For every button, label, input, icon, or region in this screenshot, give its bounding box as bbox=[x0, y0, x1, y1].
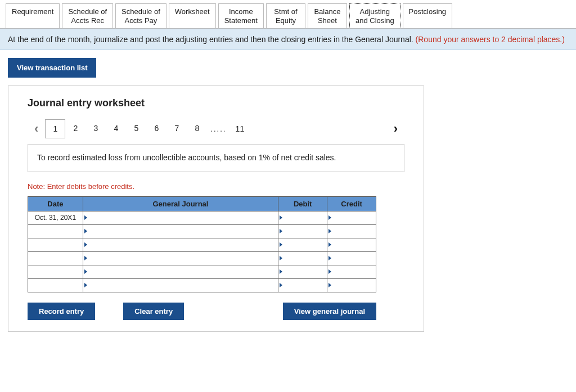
tab-schedule-of-accts-pay[interactable]: Schedule ofAccts Pay bbox=[115, 3, 166, 28]
instruction-warning: (Round your answers to 2 decimal places.… bbox=[416, 35, 565, 44]
date-cell[interactable] bbox=[28, 278, 83, 292]
journal-worksheet-panel: Journal entry worksheet ‹ 12345678 .....… bbox=[8, 85, 424, 332]
credit-cell[interactable] bbox=[327, 265, 376, 278]
tab-stmt-of-equity[interactable]: Stmt ofEquity bbox=[266, 3, 305, 28]
pager-page-last[interactable]: 11 bbox=[230, 120, 250, 138]
general-journal-cell[interactable] bbox=[83, 211, 278, 224]
tab-adjusting-and-closing[interactable]: Adjustingand Closing bbox=[349, 3, 400, 28]
entry-pager: ‹ 12345678 ..... 11 › bbox=[28, 119, 404, 138]
credit-cell[interactable] bbox=[327, 211, 376, 224]
debit-cell[interactable] bbox=[278, 211, 327, 224]
date-cell[interactable] bbox=[28, 238, 83, 251]
view-general-journal-button[interactable]: View general journal bbox=[283, 303, 376, 320]
instruction-text: At the end of the month, journalize and … bbox=[8, 35, 416, 44]
date-cell[interactable] bbox=[28, 265, 83, 278]
debit-cell[interactable] bbox=[278, 265, 327, 278]
instruction-bar: At the end of the month, journalize and … bbox=[0, 29, 576, 50]
pager-page-2[interactable]: 2 bbox=[65, 119, 86, 138]
pager-page-3[interactable]: 3 bbox=[86, 119, 106, 138]
table-row bbox=[28, 224, 376, 238]
tab-income-statement[interactable]: IncomeStatement bbox=[218, 3, 264, 28]
debit-cell[interactable] bbox=[278, 238, 327, 251]
credit-cell[interactable] bbox=[327, 238, 376, 251]
debit-cell[interactable] bbox=[278, 251, 327, 265]
general-journal-cell[interactable] bbox=[83, 224, 278, 238]
worksheet-title: Journal entry worksheet bbox=[28, 97, 404, 109]
pager-prev-icon[interactable]: ‹ bbox=[28, 121, 45, 136]
pager-page-4[interactable]: 4 bbox=[106, 119, 126, 138]
table-row: Oct. 31, 20X1 bbox=[28, 211, 376, 224]
credit-cell[interactable] bbox=[327, 251, 376, 265]
tab-requirement[interactable]: Requirement bbox=[6, 3, 60, 28]
table-row bbox=[28, 238, 376, 251]
table-row bbox=[28, 251, 376, 265]
table-row bbox=[28, 265, 376, 278]
credit-cell[interactable] bbox=[327, 278, 376, 292]
date-cell[interactable] bbox=[28, 224, 83, 238]
general-journal-cell[interactable] bbox=[83, 265, 278, 278]
tab-schedule-of-accts-rec[interactable]: Schedule ofAccts Rec bbox=[62, 3, 113, 28]
pager-page-1[interactable]: 1 bbox=[45, 119, 65, 138]
pager-page-8[interactable]: 8 bbox=[187, 119, 207, 138]
general-journal-cell[interactable] bbox=[83, 238, 278, 251]
debit-cell[interactable] bbox=[278, 278, 327, 292]
col-header-debit: Debit bbox=[278, 196, 327, 211]
general-journal-cell[interactable] bbox=[83, 251, 278, 265]
general-journal-cell[interactable] bbox=[83, 278, 278, 292]
tab-worksheet[interactable]: Worksheet bbox=[169, 3, 216, 28]
top-tabs: RequirementSchedule ofAccts RecSchedule … bbox=[0, 0, 576, 29]
clear-entry-button[interactable]: Clear entry bbox=[123, 303, 184, 320]
entry-description: To record estimated loss from uncollecti… bbox=[28, 144, 404, 172]
col-header-credit: Credit bbox=[327, 196, 376, 211]
pager-page-5[interactable]: 5 bbox=[126, 119, 146, 138]
debit-cell[interactable] bbox=[278, 224, 327, 238]
tab-balance-sheet[interactable]: BalanceSheet bbox=[308, 3, 347, 28]
col-header-date: Date bbox=[28, 196, 83, 211]
pager-ellipsis: ..... bbox=[207, 125, 230, 133]
tab-postclosing[interactable]: Postclosing bbox=[403, 3, 452, 28]
pager-page-6[interactable]: 6 bbox=[146, 119, 166, 138]
debits-before-credits-note: Note: Enter debits before credits. bbox=[28, 182, 404, 191]
journal-table: Date General Journal Debit Credit Oct. 3… bbox=[28, 196, 376, 292]
pager-page-7[interactable]: 7 bbox=[166, 119, 187, 138]
date-cell[interactable] bbox=[28, 251, 83, 265]
col-header-general-journal: General Journal bbox=[83, 196, 278, 211]
record-entry-button[interactable]: Record entry bbox=[28, 303, 95, 320]
credit-cell[interactable] bbox=[327, 224, 376, 238]
worksheet-button-row: Record entry Clear entry View general jo… bbox=[28, 303, 376, 320]
date-cell[interactable]: Oct. 31, 20X1 bbox=[28, 211, 83, 224]
view-transaction-list-button[interactable]: View transaction list bbox=[8, 58, 96, 78]
pager-next-icon[interactable]: › bbox=[387, 121, 404, 136]
table-row bbox=[28, 278, 376, 292]
